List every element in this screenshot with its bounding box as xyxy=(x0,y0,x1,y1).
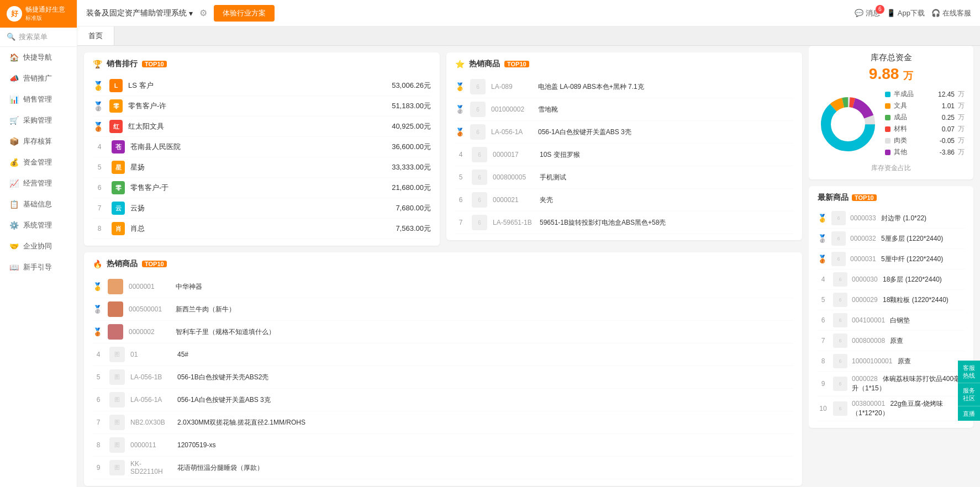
sidebar-item[interactable]: ⚙️系统管理 xyxy=(0,215,77,236)
nav-icon: 📣 xyxy=(9,73,19,83)
content-area: 🏆 销售排行 TOP10 🥇 L LS 客户 53,006.26元 🥈 零 零售… xyxy=(77,46,980,487)
product-code: 0000001 xyxy=(129,283,170,290)
float-button[interactable]: 客服热线 xyxy=(958,361,980,384)
float-button[interactable]: 直播 xyxy=(958,406,980,421)
rp-product-code: 0000033 xyxy=(850,214,876,222)
service-label: 在线客服 xyxy=(942,8,971,18)
legend-value: 12.45 xyxy=(938,91,955,98)
sales-rank-table: 🥇 L LS 客户 53,006.26元 🥈 零 零售客户-许 51,183.0… xyxy=(93,76,431,239)
rp-rank: 6 xyxy=(818,316,829,324)
legend-label: 肉类 xyxy=(894,136,936,145)
legend-dot xyxy=(885,150,891,155)
rp-product-name: 5厘多层 (1220*2440) xyxy=(881,235,943,242)
product-rank: 8 xyxy=(93,441,104,449)
medal-bronze: 🥉 xyxy=(93,121,104,132)
inventory-card: 库存总资金 9.88 万 xyxy=(809,46,973,179)
sidebar-item[interactable]: 📈经营管理 xyxy=(0,173,77,194)
legend-dot xyxy=(885,115,891,120)
product-icon xyxy=(108,301,123,317)
inventory-title: 库存总资金 xyxy=(818,52,965,63)
message-icon: 💬 xyxy=(855,9,863,17)
rp-product-code: 0000032 xyxy=(850,235,876,242)
product-code: 0000017 xyxy=(493,151,534,158)
rp-rank: 9 xyxy=(818,380,829,388)
hot-product-row: 6 图 LA-056-1A 056-1A白色按键开关盖ABS 3克 xyxy=(93,389,793,411)
legend-unit: 万 xyxy=(958,101,965,110)
trial-button[interactable]: 体验行业方案 xyxy=(214,5,275,22)
product-icon xyxy=(108,279,123,294)
rank-row: 6 零 零售客户-于 21,680.00元 xyxy=(93,178,431,198)
rank-row: 🥈 零 零售客户-许 51,183.00元 xyxy=(93,96,431,117)
settings-icon[interactable]: ⚙ xyxy=(199,8,207,18)
product-code: NB2.0X30B xyxy=(130,419,172,426)
product-name: 夹壳 xyxy=(540,195,793,205)
sidebar-item[interactable]: 📋基础信息 xyxy=(0,194,77,215)
sidebar-item[interactable]: 🤝企业协同 xyxy=(0,236,77,257)
sidebar-item[interactable]: 📖新手引导 xyxy=(0,257,77,278)
new-product-row: 8 6 10000100001 原查 xyxy=(818,351,965,372)
system-selector[interactable]: 装备及固定资产辅助管理系统 ▾ xyxy=(86,8,193,18)
hot-product-row: 🥇 0000001 中华神器 xyxy=(93,276,793,298)
product-name: 056-1A白色按键开关盖ABS 3克 xyxy=(177,395,793,405)
new-product-row: 4 6 0000030 18多层 (1220*2440) xyxy=(818,269,965,290)
rp-product-icon: 6 xyxy=(833,334,847,348)
medal-gold: 🥇 xyxy=(93,81,104,91)
rank-amount: 33,333.00元 xyxy=(392,162,431,172)
svg-point-6 xyxy=(831,108,865,141)
message-button[interactable]: 💬 消息 6 xyxy=(855,8,880,18)
rp-rank: 8 xyxy=(818,357,829,365)
sidebar-item[interactable]: 📣营销推广 xyxy=(0,68,77,89)
new-product-row: 10 6 003800001 22g鱼豆腐-烧烤味（1*12*20） xyxy=(818,396,965,421)
rp-product-code: 10000100001 xyxy=(852,357,892,365)
legend-item: 其他 -3.86 万 xyxy=(885,147,965,157)
sidebar-item[interactable]: 💰资金管理 xyxy=(0,152,77,173)
product-code: LA-056-1A xyxy=(130,396,172,404)
rank-avatar: 肖 xyxy=(112,222,125,235)
nav-icon: 📊 xyxy=(9,94,19,104)
product-name: 59651-1B旋转投影灯电池盒ABS黑色+58壳 xyxy=(540,218,793,227)
rank-name: 星扬 xyxy=(130,162,386,172)
legend-dot xyxy=(885,138,891,144)
product-name: 12070519-xs xyxy=(177,441,793,449)
product-rank: 9 xyxy=(93,464,104,472)
rank-number: 5 xyxy=(93,163,106,171)
hot-product-row: 🥉 0000002 智利车子里（规格不知道填什么） xyxy=(93,321,793,343)
new-product-badge: TOP10 xyxy=(852,194,877,201)
right-panel: 库存总资金 9.88 万 xyxy=(809,46,980,487)
product-name: 雪地靴 xyxy=(538,105,793,114)
sidebar-item[interactable]: 📊销售管理 xyxy=(0,89,77,110)
rp-product-icon: 6 xyxy=(833,354,847,368)
topbar: 装备及固定资产辅助管理系统 ▾ ⚙ 体验行业方案 💬 消息 6 📱 App下载 … xyxy=(77,0,980,27)
app-download-button[interactable]: 📱 App下载 xyxy=(887,8,925,18)
rp-product-name: 封边带 (1.0*22) xyxy=(881,214,926,222)
product-name: 电池盖 LA-089 ABS本色+黑种 7.1克 xyxy=(538,82,793,92)
legend-unit: 万 xyxy=(958,124,965,134)
tab-home[interactable]: 首页 xyxy=(77,27,114,45)
product-icon: 6 xyxy=(472,215,487,230)
online-service-button[interactable]: 🎧 在线客服 xyxy=(931,8,971,18)
sidebar-search[interactable]: 🔍 搜索菜单 xyxy=(0,28,77,47)
product-name: 45# xyxy=(177,351,793,358)
sidebar-logo: 好 畅捷通好生意 标准版 xyxy=(0,0,77,28)
medal-bronze: 🥉 xyxy=(93,327,102,336)
product-code: KK-SD22110H xyxy=(130,460,172,475)
legend-dot xyxy=(885,103,891,109)
legend-label: 材料 xyxy=(894,124,939,134)
sidebar-item[interactable]: 🏠快捷导航 xyxy=(0,47,77,68)
rank-row: 🥉 红 红太阳文具 40,925.00元 xyxy=(93,117,431,137)
sidebar-item[interactable]: 📦库存核算 xyxy=(0,131,77,152)
float-button[interactable]: 服务社区 xyxy=(958,383,980,406)
rp-product-code: 0000028 xyxy=(852,375,878,383)
product-rank: 6 xyxy=(455,196,466,204)
new-product-row: 🥉 6 0000031 5厘中纤 (1220*2440) xyxy=(818,249,965,269)
new-product-row: 5 6 0000029 18颗粒板 (1220*2440) xyxy=(818,290,965,310)
inventory-amount: 9.88 万 xyxy=(818,65,965,83)
nav-label: 快捷导航 xyxy=(23,52,52,62)
dropdown-icon: ▾ xyxy=(189,9,193,18)
sidebar-item[interactable]: 🛒采购管理 xyxy=(0,110,77,131)
legend-dot xyxy=(885,92,891,97)
hot-product-row: 🥈 000500001 新西兰牛肉（新牛） xyxy=(93,298,793,321)
product-name: 手机测试 xyxy=(540,173,793,182)
product-name: 中华神器 xyxy=(176,282,793,292)
hot-product-row: 4 图 01 45# xyxy=(93,343,793,366)
